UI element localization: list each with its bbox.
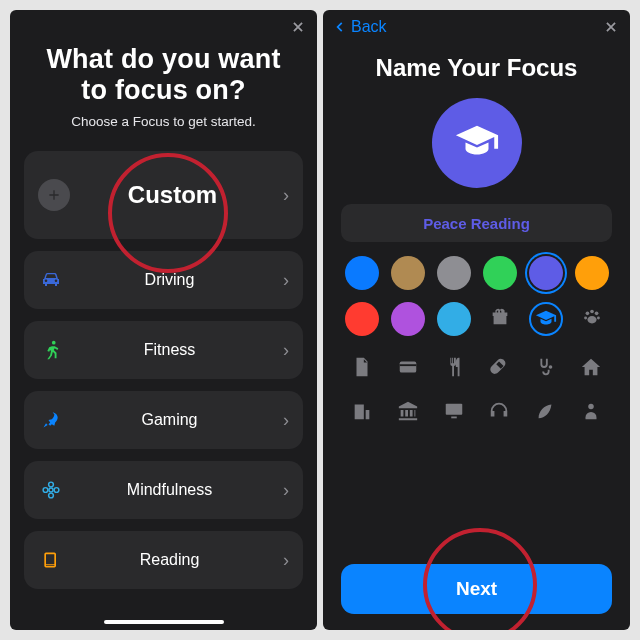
page-title: Name Your Focus [341,54,612,82]
svg-point-10 [597,316,600,319]
back-button[interactable]: Back [323,10,630,36]
bank-icon[interactable] [393,396,423,426]
rocket-icon [38,407,64,433]
svg-point-3 [49,493,54,498]
svg-point-5 [54,488,59,493]
chevron-right-icon: › [275,410,289,431]
back-label: Back [351,18,387,36]
pills-icon[interactable] [484,352,514,382]
graduation-cap-icon[interactable] [529,302,563,336]
svg-rect-12 [399,364,416,366]
stethoscope-icon[interactable] [530,352,560,382]
svg-point-6 [586,312,590,316]
building-icon[interactable] [347,396,377,426]
chevron-right-icon: › [275,270,289,291]
color-red[interactable] [345,302,379,336]
running-icon [38,337,64,363]
chevron-right-icon: › [275,340,289,361]
page-title: What do you want to focus on? [34,44,293,106]
chevron-right-icon: › [275,480,289,501]
leaf-icon[interactable] [530,396,560,426]
svg-rect-13 [445,404,462,415]
credit-card-icon[interactable] [393,352,423,382]
svg-rect-11 [399,362,416,373]
page-subtitle: Choose a Focus to get started. [10,114,317,129]
option-label: Reading [64,551,275,569]
svg-point-4 [43,488,48,493]
book-icon [38,547,64,573]
close-icon[interactable] [287,16,309,38]
flower-icon [38,477,64,503]
screen-choose-focus: What do you want to focus on? Choose a F… [10,10,317,630]
fork-knife-icon[interactable] [439,352,469,382]
color-green[interactable] [483,256,517,290]
option-label: Fitness [64,341,275,359]
color-tan[interactable] [391,256,425,290]
document-icon[interactable] [347,352,377,382]
chevron-right-icon: › [275,550,289,571]
car-icon [38,267,64,293]
focus-option-reading[interactable]: Reading › [24,531,303,589]
screen-name-focus: Back Name Your Focus Peace Reading [323,10,630,630]
plus-icon [38,179,70,211]
svg-point-1 [49,488,53,492]
glyph-picker [323,346,630,426]
focus-option-custom[interactable]: Custom › [24,151,303,239]
svg-point-7 [590,310,594,314]
person-icon[interactable] [576,396,606,426]
close-icon[interactable] [600,16,622,38]
graduation-cap-icon [454,120,500,166]
option-label: Custom [70,181,275,209]
svg-point-9 [584,316,587,319]
headphones-icon[interactable] [484,396,514,426]
svg-point-0 [52,341,56,345]
color-blue[interactable] [345,256,379,290]
option-label: Gaming [64,411,275,429]
focus-option-mindfulness[interactable]: Mindfulness › [24,461,303,519]
color-teal[interactable] [437,302,471,336]
next-button[interactable]: Next [341,564,612,614]
focus-option-fitness[interactable]: Fitness › [24,321,303,379]
color-picker [323,256,630,346]
svg-point-8 [595,312,599,316]
home-indicator [104,620,224,624]
house-icon[interactable] [576,352,606,382]
color-purple[interactable] [391,302,425,336]
focus-option-gaming[interactable]: Gaming › [24,391,303,449]
paw-icon[interactable] [577,302,607,332]
focus-options-list: Custom › Driving › Fitness › [10,151,317,599]
svg-point-14 [588,404,594,410]
desktop-icon[interactable] [439,396,469,426]
svg-point-2 [49,482,54,487]
gift-icon[interactable] [485,302,515,332]
focus-name-input[interactable]: Peace Reading [341,204,612,242]
color-indigo[interactable] [529,256,563,290]
chevron-right-icon: › [275,185,289,206]
option-label: Mindfulness [64,481,275,499]
color-orange[interactable] [575,256,609,290]
option-label: Driving [64,271,275,289]
color-gray[interactable] [437,256,471,290]
focus-glyph-preview [432,98,522,188]
focus-option-driving[interactable]: Driving › [24,251,303,309]
